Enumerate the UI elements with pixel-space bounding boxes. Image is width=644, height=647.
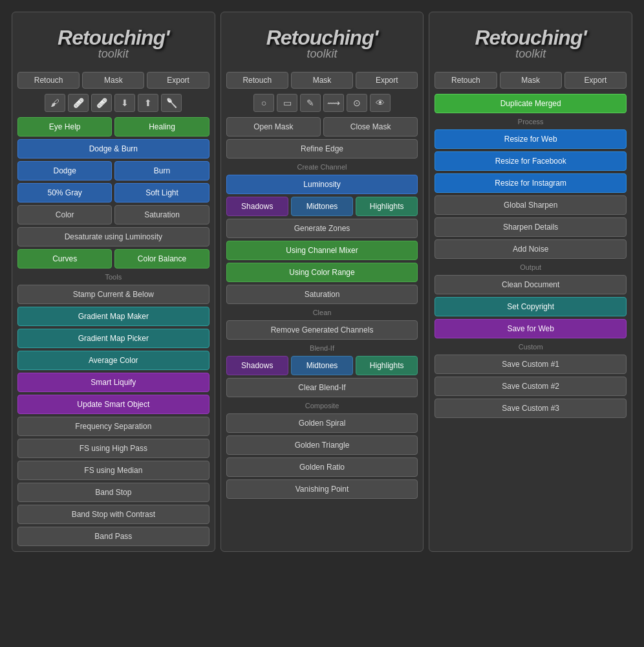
- golden-triangle-button[interactable]: Golden Triangle: [226, 435, 418, 455]
- clean-document-button[interactable]: Clean Document: [435, 275, 627, 294]
- set-copyright-button[interactable]: Set Copyright: [435, 297, 627, 316]
- 50-gray-button[interactable]: 50% Gray: [17, 183, 112, 203]
- average-color-button[interactable]: Average Color: [17, 351, 209, 370]
- vanishing-point-button[interactable]: Vanishing Point: [226, 479, 418, 499]
- bandaid-icon[interactable]: 🩹: [68, 94, 89, 112]
- global-sharpen-button[interactable]: Global Sharpen: [435, 195, 627, 215]
- golden-ratio-button[interactable]: Golden Ratio: [226, 457, 418, 477]
- gray-softlight-row: 50% Gray Soft Light: [17, 183, 209, 203]
- logo-2: Retouching' toolkit: [226, 17, 418, 69]
- eye-help-button[interactable]: Eye Help: [17, 117, 112, 137]
- pen2-icon[interactable]: ✎: [300, 94, 321, 112]
- arrow2-icon[interactable]: ⟿: [323, 94, 344, 112]
- save-custom-2-button[interactable]: Save Custom #2: [435, 377, 627, 396]
- resize-facebook-button[interactable]: Resize for Facebook: [435, 151, 627, 171]
- logo-3: Retouching' toolkit: [435, 17, 627, 69]
- tab-row-1: Retouch Mask Export: [17, 72, 209, 89]
- spoon-icon[interactable]: 🥄: [161, 94, 182, 112]
- highlights-button-2[interactable]: Highlights: [356, 356, 418, 375]
- saturation-button[interactable]: Saturation: [114, 205, 209, 225]
- save-for-web-button[interactable]: Save for Web: [435, 319, 627, 338]
- curves-colorbalance-row: Curves Color Balance: [17, 249, 209, 269]
- frequency-separation-button[interactable]: Frequency Separation: [17, 417, 209, 436]
- curves-button[interactable]: Curves: [17, 249, 112, 269]
- band-stop-button[interactable]: Band Stop: [17, 483, 209, 502]
- tab-row-2: Retouch Mask Export: [226, 72, 418, 89]
- band-stop-contrast-button[interactable]: Band Stop with Contrast: [17, 505, 209, 524]
- sharpen-details-button[interactable]: Sharpen Details: [435, 217, 627, 237]
- tab-retouch-2[interactable]: Retouch: [226, 72, 288, 89]
- tab-retouch-3[interactable]: Retouch: [435, 72, 497, 89]
- soft-light-button[interactable]: Soft Light: [114, 183, 209, 203]
- main-container: Retouching' toolkit Retouch Mask Export …: [6, 6, 638, 557]
- generate-zones-button[interactable]: Generate Zones: [226, 219, 418, 238]
- close-mask-button[interactable]: Close Mask: [323, 117, 418, 137]
- tab-retouch-1[interactable]: Retouch: [17, 72, 80, 89]
- color-button[interactable]: Color: [17, 205, 112, 225]
- stamp-up-icon[interactable]: ⬆: [138, 94, 158, 112]
- save-custom-3-button[interactable]: Save Custom #3: [435, 399, 627, 418]
- highlights-button-1[interactable]: Highlights: [356, 197, 418, 216]
- add-noise-button[interactable]: Add Noise: [435, 239, 627, 259]
- golden-spiral-button[interactable]: Golden Spiral: [226, 413, 418, 433]
- eye2-icon[interactable]: 👁: [370, 94, 391, 112]
- using-color-range-button[interactable]: Using Color Range: [226, 263, 418, 282]
- midtones-button-2[interactable]: Midtones: [291, 356, 353, 375]
- stamp-down-icon[interactable]: ⬇: [114, 94, 135, 112]
- color-saturation-row: Color Saturation: [17, 205, 209, 225]
- eye-healing-row: Eye Help Healing: [17, 117, 209, 137]
- save-custom-1-button[interactable]: Save Custom #1: [435, 355, 627, 374]
- rect-icon[interactable]: ▭: [277, 94, 297, 112]
- tab-row-3: Retouch Mask Export: [435, 72, 627, 89]
- duplicate-merged-button[interactable]: Duplicate Merged: [435, 94, 627, 113]
- healing-button[interactable]: Healing: [114, 117, 209, 137]
- tab-mask-3[interactable]: Mask: [500, 72, 562, 89]
- icon-row-2: ○ ▭ ✎ ⟿ ⊙ 👁: [226, 94, 418, 112]
- tab-mask-2[interactable]: Mask: [291, 72, 353, 89]
- tab-mask-1[interactable]: Mask: [82, 72, 144, 89]
- gradient-map-maker-button[interactable]: Gradient Map Maker: [17, 307, 209, 326]
- fs-median-button[interactable]: FS using Median: [17, 461, 209, 480]
- dodge-button[interactable]: Dodge: [17, 161, 112, 181]
- refine-edge-button[interactable]: Refine Edge: [226, 139, 418, 159]
- clear-blend-if-button[interactable]: Clear Blend-If: [226, 378, 418, 397]
- lasso-icon[interactable]: ○: [253, 94, 274, 112]
- tab-export-1[interactable]: Export: [147, 72, 209, 89]
- gradient-map-picker-button[interactable]: Gradient Map Picker: [17, 329, 209, 348]
- color-balance-button[interactable]: Color Balance: [114, 249, 209, 269]
- dodge-burn-button[interactable]: Dodge & Burn: [17, 139, 209, 159]
- bandaid2-icon[interactable]: 🩹: [91, 94, 112, 112]
- resize-web-button[interactable]: Resize for Web: [435, 129, 627, 149]
- stamp-current-below-button[interactable]: Stamp Current & Below: [17, 285, 209, 304]
- create-channel-label: Create Channel: [226, 163, 418, 171]
- saturation-mask-button[interactable]: Saturation: [226, 285, 418, 304]
- fs-high-pass-button[interactable]: FS using High Pass: [17, 439, 209, 458]
- retouch-panel: Retouching' toolkit Retouch Mask Export …: [12, 12, 215, 552]
- mask-panel: Retouching' toolkit Retouch Mask Export …: [220, 12, 424, 552]
- luminosity-button[interactable]: Luminosity: [226, 175, 418, 194]
- smart-liquify-button[interactable]: Smart Liquify: [17, 373, 209, 392]
- export-panel: Retouching' toolkit Retouch Mask Export …: [429, 12, 632, 552]
- shadows-button-2[interactable]: Shadows: [226, 356, 288, 375]
- tab-export-2[interactable]: Export: [356, 72, 418, 89]
- icon-row-1: 🖌 🩹 🩹 ⬇ ⬆ 🥄: [17, 94, 209, 112]
- midtones-button-1[interactable]: Midtones: [291, 197, 353, 216]
- burn-button[interactable]: Burn: [114, 161, 209, 181]
- update-smart-object-button[interactable]: Update Smart Object: [17, 395, 209, 414]
- logo-1: Retouching' toolkit: [17, 17, 209, 69]
- remove-generated-channels-button[interactable]: Remove Generated Channels: [226, 320, 418, 340]
- desaturate-button[interactable]: Desaturate using Luminosity: [17, 227, 209, 247]
- band-pass-button[interactable]: Band Pass: [17, 527, 209, 546]
- shadows-button-1[interactable]: Shadows: [226, 197, 288, 216]
- using-channel-mixer-button[interactable]: Using Channel Mixer: [226, 241, 418, 260]
- dodge-burn-row: Dodge Burn: [17, 161, 209, 181]
- resize-instagram-button[interactable]: Resize for Instagram: [435, 173, 627, 193]
- open-mask-button[interactable]: Open Mask: [226, 117, 321, 137]
- blend-if-label: Blend-If: [226, 344, 418, 352]
- tab-export-3[interactable]: Export: [564, 72, 627, 89]
- smh-row-2: Shadows Midtones Highlights: [226, 356, 418, 375]
- custom-label: Custom: [435, 343, 627, 351]
- brush-icon[interactable]: 🖌: [45, 94, 65, 112]
- composite-label: Composite: [226, 402, 418, 410]
- dot-icon[interactable]: ⊙: [347, 94, 367, 112]
